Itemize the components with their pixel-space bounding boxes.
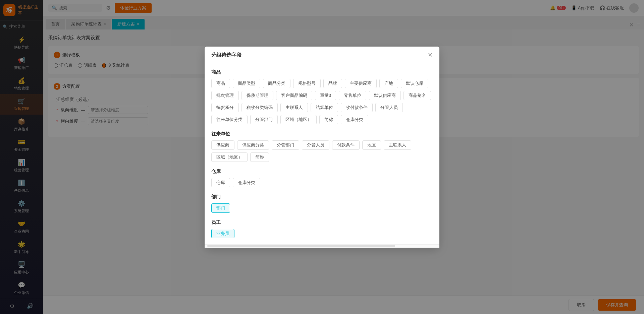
field-tag-salesperson[interactable]: 业务员 bbox=[211, 229, 234, 238]
field-tag-spec[interactable]: 规格型号 bbox=[293, 79, 321, 88]
field-tag-settle-unit[interactable]: 结算单位 bbox=[311, 103, 338, 112]
field-tag-partner-region[interactable]: 区域（地区） bbox=[211, 152, 248, 162]
field-tag-area[interactable]: 地区 bbox=[362, 140, 381, 150]
field-tag-main-supplier[interactable]: 主要供应商 bbox=[345, 79, 377, 88]
dialog-horizontal-scrollbar[interactable] bbox=[205, 244, 439, 248]
section-employee: 员工 业务员 bbox=[211, 219, 433, 238]
field-tag-short-name[interactable]: 简称 bbox=[319, 115, 338, 124]
field-selection-dialog: 分组待选字段 ✕ 商品 商品 商品类型 商品分类 规格型号 品牌 主要供应商 产… bbox=[205, 47, 439, 248]
section-department-title: 部门 bbox=[211, 194, 433, 200]
field-tag-partner-contact[interactable]: 主联系人 bbox=[384, 140, 411, 150]
field-tag-supplier-category[interactable]: 供应商分类 bbox=[237, 140, 269, 150]
field-tag-pay-terms[interactable]: 付款条件 bbox=[332, 140, 360, 150]
field-tag-pick-points[interactable]: 拣货积分 bbox=[211, 103, 239, 112]
warehouse-field-tags: 仓库 仓库分类 bbox=[211, 178, 433, 187]
dialog-header: 分组待选字段 ✕ bbox=[205, 47, 439, 64]
field-tag-department[interactable]: 部门 bbox=[211, 203, 230, 213]
product-field-tags: 商品 商品类型 商品分类 规格型号 品牌 主要供应商 产地 默认仓库 批次管理 … bbox=[211, 79, 433, 124]
section-warehouse: 仓库 仓库 仓库分类 bbox=[211, 169, 433, 187]
department-field-tags: 部门 bbox=[211, 203, 433, 213]
field-tag-quality-mgmt[interactable]: 保质期管理 bbox=[241, 91, 273, 100]
field-tag-product-type[interactable]: 商品类型 bbox=[233, 79, 260, 88]
scrollbar-thumb bbox=[207, 245, 395, 247]
section-partner: 往来单位 供应商 供应商分类 分管部门 分管人员 付款条件 地区 主联系人 区域… bbox=[211, 131, 433, 162]
section-warehouse-title: 仓库 bbox=[211, 169, 433, 175]
field-tag-wh-category[interactable]: 仓库分类 bbox=[233, 178, 260, 187]
field-tag-retail-unit[interactable]: 零售单位 bbox=[339, 91, 366, 100]
field-tag-brand[interactable]: 品牌 bbox=[323, 79, 342, 88]
field-tag-warehouse[interactable]: 仓库 bbox=[211, 178, 230, 187]
field-tag-default-supplier[interactable]: 默认供应商 bbox=[369, 91, 401, 100]
section-product: 商品 商品 商品类型 商品分类 规格型号 品牌 主要供应商 产地 默认仓库 批次… bbox=[211, 69, 433, 124]
field-tag-warehouse-category[interactable]: 仓库分类 bbox=[341, 115, 368, 124]
field-tag-default-warehouse[interactable]: 默认仓库 bbox=[401, 79, 428, 88]
field-tag-supplier[interactable]: 供应商 bbox=[211, 140, 234, 150]
dialog-close-button[interactable]: ✕ bbox=[428, 52, 433, 58]
field-tag-product-category[interactable]: 商品分类 bbox=[263, 79, 290, 88]
field-tag-partner-short[interactable]: 简称 bbox=[250, 152, 269, 162]
field-tag-payment-terms[interactable]: 收付款条件 bbox=[341, 103, 373, 112]
section-employee-title: 员工 bbox=[211, 219, 433, 226]
dialog-body: 商品 商品 商品类型 商品分类 规格型号 品牌 主要供应商 产地 默认仓库 批次… bbox=[205, 64, 439, 244]
field-tag-weight[interactable]: 重量3 bbox=[315, 91, 336, 100]
employee-field-tags: 业务员 bbox=[211, 229, 433, 238]
field-tag-batch-mgmt[interactable]: 批次管理 bbox=[211, 91, 239, 100]
field-tag-unit-category[interactable]: 往来单位分类 bbox=[211, 115, 248, 124]
section-department: 部门 部门 bbox=[211, 194, 433, 213]
field-tag-partner-dept[interactable]: 分管部门 bbox=[272, 140, 299, 150]
field-tag-manager[interactable]: 分管人员 bbox=[375, 103, 403, 112]
section-partner-title: 往来单位 bbox=[211, 131, 433, 137]
dialog-title: 分组待选字段 bbox=[211, 52, 241, 58]
field-tag-region[interactable]: 区域（地区） bbox=[280, 115, 317, 124]
field-tag-dept[interactable]: 分管部门 bbox=[250, 115, 278, 124]
field-tag-origin[interactable]: 产地 bbox=[379, 79, 398, 88]
field-tag-tax-code[interactable]: 税收分类编码 bbox=[241, 103, 278, 112]
field-tag-main-contact[interactable]: 主联系人 bbox=[280, 103, 308, 112]
partner-field-tags: 供应商 供应商分类 分管部门 分管人员 付款条件 地区 主联系人 区域（地区） … bbox=[211, 140, 433, 162]
section-product-title: 商品 bbox=[211, 69, 433, 75]
field-tag-customer-code[interactable]: 客户商品编码 bbox=[276, 91, 312, 100]
field-tag-alias[interactable]: 商品别名 bbox=[404, 91, 431, 100]
field-tag-product[interactable]: 商品 bbox=[211, 79, 230, 88]
field-tag-partner-manager[interactable]: 分管人员 bbox=[302, 140, 329, 150]
